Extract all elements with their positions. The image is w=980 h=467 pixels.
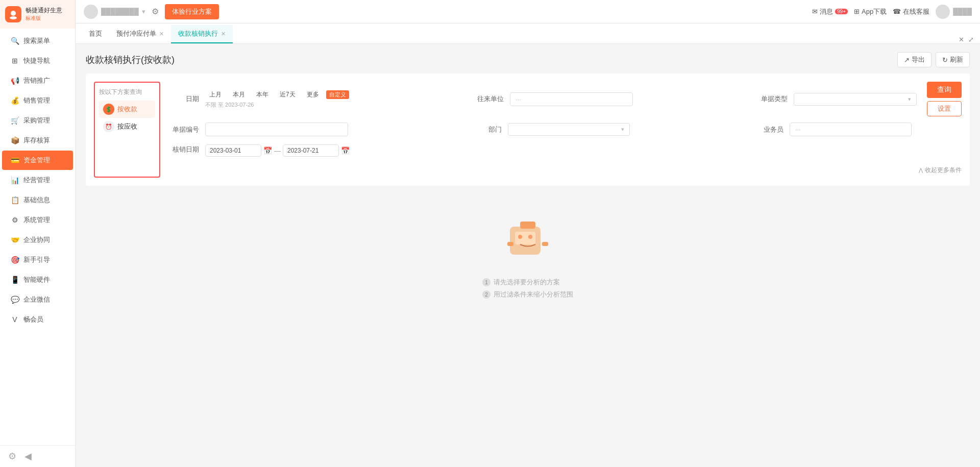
date-shortcut-this-month[interactable]: 本月 bbox=[229, 89, 249, 100]
date-custom-badge[interactable]: 自定义 bbox=[326, 90, 349, 99]
nav-icon-5: 📦 bbox=[10, 136, 19, 144]
calendar-start-icon[interactable]: 📅 bbox=[263, 146, 272, 155]
sidebar-item-新手引导[interactable]: 🎯新手引导 bbox=[2, 250, 73, 269]
step-num-1: 1 bbox=[482, 278, 491, 286]
download-icon: ⊞ bbox=[854, 8, 860, 15]
page-content: 收款核销执行(按收款) ↗ 导出 ↻ 刷新 按以下方案查询 💲 按收款 bbox=[76, 44, 980, 467]
verify-date-label: 核销日期 bbox=[168, 145, 199, 154]
refresh-button[interactable]: ↻ 刷新 bbox=[936, 52, 970, 67]
receivable-icon: ⏰ bbox=[103, 121, 114, 132]
sidebar-item-库存核算[interactable]: 📦库存核算 bbox=[2, 131, 73, 150]
date-shortcut-7days[interactable]: 近7天 bbox=[276, 89, 300, 100]
sidebar-item-畅会员[interactable]: V畅会员 bbox=[2, 310, 73, 329]
sidebar-item-资金管理[interactable]: 💳资金管理 bbox=[2, 151, 73, 170]
doc-type-select[interactable]: ▾ bbox=[794, 93, 917, 106]
salesperson-select[interactable]: ··· bbox=[790, 122, 912, 136]
unit-select[interactable]: ··· bbox=[510, 92, 633, 106]
nav-icon-7: 📊 bbox=[10, 176, 19, 184]
nav-icon-4: 🛒 bbox=[10, 116, 19, 125]
sidebar-item-企业微信[interactable]: 💬企业微信 bbox=[2, 290, 73, 309]
chevron-down-icon[interactable]: ▾ bbox=[142, 8, 145, 15]
date-shortcut-more[interactable]: 更多 bbox=[303, 89, 323, 100]
date-shortcut-last-month[interactable]: 上月 bbox=[205, 89, 226, 100]
solution-button[interactable]: 体验行业方案 bbox=[165, 4, 219, 19]
sidebar-item-企业协同[interactable]: 🤝企业协同 bbox=[2, 230, 73, 250]
date-separator: — bbox=[274, 147, 281, 155]
sidebar-footer: ⚙ ◀︎ bbox=[0, 445, 75, 467]
collapse-icon: ⋀ bbox=[919, 167, 923, 173]
svg-rect-8 bbox=[542, 242, 548, 246]
nav-icon-12: 📱 bbox=[10, 276, 19, 284]
close-tab-icon[interactable]: ✕ bbox=[959, 36, 964, 43]
empty-step-2: 2 用过滤条件来缩小分析范围 bbox=[482, 290, 573, 299]
tab-prepay[interactable]: 预付冲应付单 ✕ bbox=[109, 25, 171, 43]
calendar-end-icon[interactable]: 📅 bbox=[341, 146, 350, 155]
sidebar-item-快捷导航[interactable]: ⊞快捷导航 bbox=[2, 51, 73, 70]
sidebar-item-采购管理[interactable]: 🛒采购管理 bbox=[2, 111, 73, 130]
nav-icon-0: 🔍 bbox=[10, 37, 19, 45]
app-name: 畅捷通好生意 bbox=[26, 7, 62, 15]
user-avatar bbox=[84, 5, 98, 19]
verify-date-start-input[interactable] bbox=[205, 144, 261, 157]
messages-badge: 99+ bbox=[835, 9, 848, 14]
logo-icon bbox=[5, 6, 21, 22]
settings-icon[interactable]: ⚙ bbox=[8, 451, 16, 462]
step-2-text: 用过滤条件来缩小分析范围 bbox=[494, 290, 573, 299]
collapse-more-conditions-button[interactable]: ⋀ 收起更多条件 bbox=[168, 163, 962, 178]
tab-prepay-close[interactable]: ✕ bbox=[159, 31, 164, 37]
tab-payment-verify-close[interactable]: ✕ bbox=[221, 31, 226, 37]
dept-select[interactable]: ▾ bbox=[508, 123, 630, 136]
tab-prepay-label: 预付冲应付单 bbox=[116, 29, 156, 38]
filter-option-by-payment[interactable]: 💲 按收款 bbox=[99, 101, 155, 118]
doc-number-input[interactable] bbox=[205, 122, 348, 136]
date-shortcuts-group: 上月 本月 本年 近7天 更多 自定义 bbox=[205, 89, 349, 100]
maximize-icon[interactable]: ⤢ bbox=[968, 36, 974, 43]
sidebar-item-搜索菜单[interactable]: 🔍搜索菜单 bbox=[2, 31, 73, 51]
sidebar-item-销售管理[interactable]: 💰销售管理 bbox=[2, 91, 73, 110]
filter-row-1: 日期 上月 本月 本年 近7天 更多 自定义 不限 至 2023-07-26 bbox=[168, 82, 962, 116]
step-num-2: 2 bbox=[482, 290, 491, 299]
app-logo: 畅捷通好生意 标准版 bbox=[0, 0, 75, 29]
message-icon: ✉ bbox=[812, 8, 818, 15]
svg-point-4 bbox=[518, 235, 522, 239]
sidebar-item-智能硬件[interactable]: 📱智能硬件 bbox=[2, 270, 73, 289]
filter-sidebar-title: 按以下方案查询 bbox=[99, 88, 155, 96]
step-1-text: 请先选择要分析的方案 bbox=[494, 278, 560, 287]
sidebar-item-营销推广[interactable]: 📢营销推广 bbox=[2, 71, 73, 90]
nav-icon-14: V bbox=[10, 315, 19, 324]
nav-icon-2: 📢 bbox=[10, 77, 19, 85]
refresh-label: 刷新 bbox=[950, 55, 963, 64]
app-download-button[interactable]: ⊞ App下载 bbox=[854, 7, 887, 16]
filter-sidebar: 按以下方案查询 💲 按收款 ⏰ 按应收 bbox=[94, 82, 160, 178]
dept-label: 部门 bbox=[471, 125, 502, 134]
svg-rect-7 bbox=[507, 242, 513, 246]
export-button[interactable]: ↗ 导出 bbox=[897, 52, 932, 67]
date-label: 日期 bbox=[168, 94, 199, 104]
settings-button[interactable]: 设置 bbox=[927, 101, 962, 116]
tabbar: 首页 预付冲应付单 ✕ 收款核销执行 ✕ ✕ ⤢ bbox=[76, 23, 980, 44]
gear-icon[interactable]: ⚙ bbox=[152, 7, 159, 16]
tab-payment-verify[interactable]: 收款核销执行 ✕ bbox=[171, 25, 233, 43]
doc-type-label: 单据类型 bbox=[757, 94, 788, 104]
messages-button[interactable]: ✉ 消息 99+ bbox=[812, 7, 848, 16]
filter-option-by-receivable[interactable]: ⏰ 按应收 bbox=[99, 118, 155, 135]
verify-date-end-input[interactable] bbox=[283, 144, 339, 157]
empty-steps-list: 1 请先选择要分析的方案 2 用过滤条件来缩小分析范围 bbox=[482, 278, 573, 302]
payment-icon: 💲 bbox=[103, 104, 114, 115]
online-service-button[interactable]: ☎ 在线客服 bbox=[893, 7, 929, 16]
main-content: ████████ ▾ ⚙ 体验行业方案 ✉ 消息 99+ ⊞ App下载 ☎ 在… bbox=[76, 0, 980, 467]
sidebar: 畅捷通好生意 标准版 🔍搜索菜单⊞快捷导航📢营销推广💰销售管理🛒采购管理📦库存核… bbox=[0, 0, 76, 467]
tab-home[interactable]: 首页 bbox=[82, 25, 109, 43]
sidebar-item-系统管理[interactable]: ⚙系统管理 bbox=[2, 210, 73, 230]
query-actions: 查询 设置 bbox=[927, 82, 962, 116]
user-info: ████████ ▾ bbox=[84, 5, 145, 19]
filter-row-3: 核销日期 📅 — 📅 bbox=[168, 142, 962, 157]
query-button[interactable]: 查询 bbox=[927, 82, 962, 98]
sidebar-item-经营管理[interactable]: 📊经营管理 bbox=[2, 170, 73, 190]
sidebar-item-基础信息[interactable]: 📋基础信息 bbox=[2, 190, 73, 210]
date-shortcut-this-year[interactable]: 本年 bbox=[252, 89, 273, 100]
nav-icon-1: ⊞ bbox=[10, 57, 19, 65]
svg-rect-3 bbox=[515, 232, 535, 244]
filter-container: 按以下方案查询 💲 按收款 ⏰ 按应收 日期 bbox=[86, 73, 970, 186]
collapse-sidebar-icon[interactable]: ◀︎ bbox=[24, 451, 32, 462]
